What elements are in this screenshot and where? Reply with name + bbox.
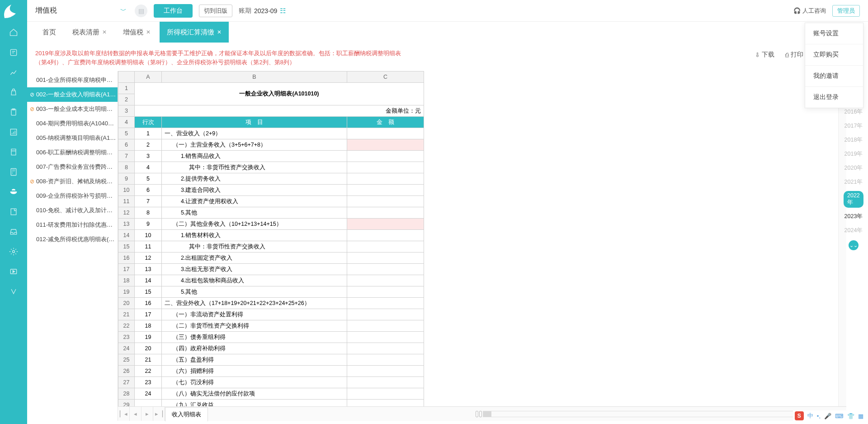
year-more-icon[interactable]: ⌄⌄	[849, 240, 859, 250]
logo-icon[interactable]	[0, 0, 27, 23]
menu-logout[interactable]: 退出登录	[805, 87, 863, 108]
menu-invites[interactable]: 我的邀请	[805, 66, 863, 87]
nav-bag-icon[interactable]	[0, 82, 27, 102]
form-item[interactable]: 007-广告费和业务宣传费跨…	[27, 160, 118, 174]
year-2024年[interactable]: 2024年	[844, 225, 863, 236]
top-bar: 增值税 ﹀ ▤ 工作台 切到旧版 账期 2023-09 ☷ 🎧 人工咨询 管理员	[27, 0, 868, 22]
alert-icon: ⊘	[30, 106, 34, 112]
year-2016年[interactable]: 2016年	[844, 107, 863, 117]
admin-button[interactable]: 管理员	[832, 5, 860, 17]
svg-rect-4	[11, 209, 16, 214]
grid-table[interactable]: ABC1一般企业收入明细表(A101010)23金额单位：元4行次项 目金 额5…	[118, 71, 424, 406]
org-name: 增值税	[35, 6, 57, 15]
year-2020年[interactable]: 2020年	[844, 163, 863, 173]
ime-keyboard-icon[interactable]: ⌨	[835, 413, 844, 419]
nav-tax-icon[interactable]	[0, 142, 27, 162]
svg-rect-3	[11, 169, 16, 176]
tab-税表清册[interactable]: 税表清册✕	[65, 22, 114, 43]
sheet-nav-prev[interactable]: ◂	[130, 407, 142, 421]
admin-dropdown: 账号设置 立即购买 我的邀请 退出登录	[805, 23, 863, 108]
year-2023年[interactable]: 2023年	[844, 211, 863, 222]
close-icon[interactable]: ✕	[102, 29, 107, 35]
tab-增值税[interactable]: 增值税✕	[116, 22, 158, 43]
form-item[interactable]: 010-免税、减计收入及加计…	[27, 203, 118, 218]
year-2017年[interactable]: 2017年	[844, 121, 863, 131]
close-icon[interactable]: ✕	[146, 29, 151, 35]
note-icon-button[interactable]: ▤	[135, 5, 147, 17]
nav-chart-icon[interactable]	[0, 62, 27, 82]
nav-v-icon[interactable]	[0, 281, 27, 301]
ime-toolbox-icon[interactable]: ▦	[858, 413, 863, 419]
year-rail: 2016年2017年2018年2019年2020年2021年2022年2023年…	[844, 107, 863, 250]
page-tabs: 首页税表清册✕增值税✕所得税汇算清缴✕	[27, 22, 868, 43]
tab-首页[interactable]: 首页	[35, 22, 63, 43]
content-area: 2019年度涉及取以前年度结转数据的申报表单元格需要手工维护正确，才能保证本年及…	[27, 43, 846, 424]
period-value[interactable]: 2023-09	[254, 7, 277, 14]
alert-icon: ⊘	[30, 91, 34, 98]
nav-inbox-icon[interactable]	[0, 222, 27, 242]
form-item[interactable]: 001-企业所得税年度纳税申…	[27, 73, 118, 87]
form-item[interactable]: 005-纳税调整项目明细表(A1…	[27, 131, 118, 145]
support-link[interactable]: 🎧 人工咨询	[793, 7, 826, 15]
close-icon[interactable]: ✕	[217, 29, 222, 35]
form-item[interactable]: ⊘002-一般企业收入明细表(A1…	[27, 87, 118, 102]
sheet-tab[interactable]: 收入明细表	[165, 407, 208, 421]
chevron-down-icon: ﹀	[120, 7, 127, 15]
nav-bowl-icon[interactable]	[0, 182, 27, 202]
svg-rect-0	[10, 49, 16, 55]
year-2019年[interactable]: 2019年	[844, 149, 863, 159]
tab-所得税汇算清缴[interactable]: 所得税汇算清缴✕	[160, 22, 229, 43]
nav-clipboard-icon[interactable]	[0, 102, 27, 122]
headset-icon: 🎧	[793, 7, 801, 14]
form-item[interactable]: 006-职工薪酬纳税调整明细…	[27, 145, 118, 160]
print-icon: ⎙	[785, 52, 789, 58]
nav-ledger-icon[interactable]	[0, 43, 27, 62]
ime-mic-icon[interactable]: 🎤	[824, 413, 831, 419]
form-item[interactable]: 004-期间费用明细表(A1040…	[27, 116, 118, 131]
form-list: 001-企业所得税年度纳税申…⊘002-一般企业收入明细表(A1…⊘003-一般…	[27, 71, 118, 421]
ime-punct-icon[interactable]: •,	[817, 413, 821, 419]
switch-old-button[interactable]: 切到旧版	[199, 5, 232, 17]
left-nav-rail	[0, 0, 27, 424]
ime-mode[interactable]: 中	[807, 412, 813, 420]
nav-video-icon[interactable]	[0, 262, 27, 281]
form-item[interactable]: ⊘003-一般企业成本支出明细…	[27, 102, 118, 116]
alert-icon: ⊘	[30, 178, 34, 185]
year-2022年[interactable]: 2022年	[844, 191, 863, 208]
calendar-icon[interactable]: ☷	[280, 7, 286, 15]
download-icon: ⇩	[755, 52, 760, 58]
form-item[interactable]: 012-减免所得税优惠明细表(…	[27, 232, 118, 247]
nav-report-icon[interactable]	[0, 122, 27, 142]
nav-doc-icon[interactable]	[0, 202, 27, 222]
sheet-footer: ▏◂ ◂ ▸ ▸▕ 收入明细表	[118, 406, 846, 421]
workbench-button[interactable]: 工作台	[154, 4, 193, 18]
nav-home-icon[interactable]	[0, 23, 27, 43]
period-label: 账期	[239, 7, 251, 15]
year-2021年[interactable]: 2021年	[844, 177, 863, 187]
ime-toolbar: S 中 •, 🎤 ⌨ 👕 ▦	[793, 410, 865, 421]
year-2018年[interactable]: 2018年	[844, 135, 863, 145]
download-button[interactable]: ⇩下载	[755, 51, 774, 59]
ime-badge[interactable]: S	[795, 411, 804, 420]
form-item[interactable]: 011-研发费用加计扣除优惠…	[27, 218, 118, 232]
form-item[interactable]: 009-企业所得税弥补亏损明…	[27, 189, 118, 203]
svg-point-5	[13, 251, 15, 253]
sheet-nav-first[interactable]: ▏◂	[118, 407, 130, 421]
ime-skin-icon[interactable]: 👕	[847, 413, 854, 419]
warning-banner: 2019年度涉及取以前年度结转数据的申报表单元格需要手工维护正确，才能保证本年及…	[35, 49, 406, 67]
menu-purchase[interactable]: 立即购买	[805, 44, 863, 66]
sheet-nav-last[interactable]: ▸▕	[153, 407, 165, 421]
sheet-nav-next[interactable]: ▸	[142, 407, 153, 421]
menu-account-settings[interactable]: 账号设置	[805, 23, 863, 44]
horizontal-scrollbar[interactable]	[476, 410, 846, 418]
print-button[interactable]: ⎙打印	[785, 51, 803, 59]
form-item[interactable]: ⊘008-资产折旧、摊销及纳税…	[27, 174, 118, 189]
nav-settings-icon[interactable]	[0, 242, 27, 262]
spreadsheet: ABC1一般企业收入明细表(A101010)23金额单位：元4行次项 目金 额5…	[118, 71, 846, 421]
org-selector[interactable]: 增值税 ﹀	[35, 6, 135, 15]
nav-calc-icon[interactable]	[0, 162, 27, 182]
